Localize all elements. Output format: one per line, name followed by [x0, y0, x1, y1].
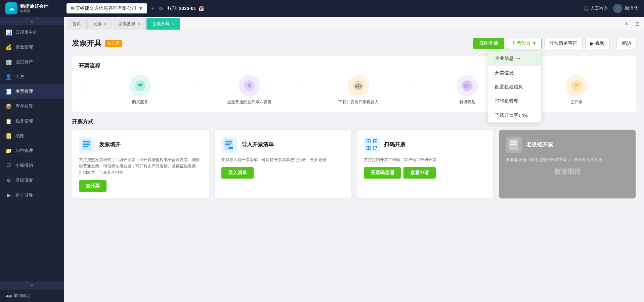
process-tax-icon: 税+ — [457, 75, 478, 97]
page-content: 发票开具 待开通 立即开通 开票设置 ▼ — [64, 31, 644, 302]
company-dropdown-arrow: ▼ — [138, 6, 143, 11]
sidebar-item-fapiaoguanli[interactable]: 🧾 发票管理 — [0, 84, 64, 99]
method-import-button[interactable]: 导入清单 — [221, 167, 254, 179]
sidebar-label-shuiwu: 税务管理 — [15, 118, 33, 124]
anomaly-button[interactable]: 异常清单查询 — [544, 38, 583, 49]
method-card-boss: 老板端开票 查看老板端小程序提交的开票申请，并作出相应的处理 敬请期待 — [499, 129, 636, 199]
tab-fapiao[interactable]: 发票 × — [87, 18, 112, 30]
svg-rect-29 — [376, 147, 377, 148]
process-config-icon: ⚙ — [239, 75, 260, 97]
video-button[interactable]: ▶ 视频 — [585, 38, 610, 49]
consult-button[interactable]: 🎧 人工咨询 — [584, 5, 608, 11]
svg-rect-22 — [368, 141, 369, 142]
svg-text:🤖: 🤖 — [355, 82, 362, 89]
sidebar-item-yunbao[interactable]: 📊 云报表中心 — [0, 25, 64, 40]
dropdown-item-kaipiao[interactable]: 开票信息 — [488, 66, 541, 80]
unpin-icon: ◀◀ — [5, 294, 11, 298]
process-config-label: 企业开通配置开票六要素 — [227, 99, 271, 105]
top-bar: ☁ 畅捷通好会计 旗舰版 重庆畅捷交通信息咨询有限公司 ▼ + ⚙ 账期 202… — [0, 0, 644, 17]
company-selector[interactable]: 重庆畅捷交通信息咨询有限公司 ▼ — [67, 3, 147, 13]
top-bar-actions: 🎧 人工咨询 👤 徐泽华 — [584, 4, 639, 13]
add-tab-button[interactable]: + — [151, 5, 155, 12]
svg-rect-17 — [225, 143, 232, 144]
sidebar-item-guidang[interactable]: 📁 归档管理 — [0, 143, 64, 158]
sidebar-item-gongzi[interactable]: 👤 工资 — [0, 69, 64, 84]
tab-fapiao-kaiju-label: 发票开具 — [152, 21, 170, 27]
sidebar-label-zijin: 资金管理 — [15, 44, 33, 50]
dropdown-qiye-label: 企业信息 — [495, 55, 514, 62]
sidebar-label-gongzi: 工资 — [15, 74, 24, 80]
svg-rect-13 — [83, 144, 90, 145]
tab-fapiao-close[interactable]: × — [104, 22, 106, 26]
dropdown-xiazai-label: 下载开票客户端 — [495, 112, 528, 118]
svg-rect-28 — [373, 147, 374, 148]
activate-button[interactable]: 立即开通 — [473, 38, 504, 49]
unpin-label: 取消固定 — [14, 293, 30, 299]
dropdown-item-qiye[interactable]: 企业信息 → — [488, 51, 541, 66]
process-section-title: 开票流程 — [79, 63, 629, 70]
window-maximize-button[interactable]: ⊡ — [633, 20, 641, 28]
fapiaoguanli-icon: 🧾 — [5, 88, 12, 95]
user-area[interactable]: 👤 徐泽华 — [613, 4, 639, 13]
sidebar-label-jichu: 基础设置 — [15, 177, 33, 183]
sidebar-item-shuiwu[interactable]: 📋 税务管理 — [0, 114, 64, 128]
sidebar-item-xiaochang[interactable]: © 小畅报销 — [0, 158, 64, 173]
svg-rect-25 — [373, 146, 374, 147]
method-card-import: 导入开票清单 支持导入待开票清单，可对待开票清单进行拆分、合并处理。 导入清单 — [214, 129, 351, 199]
sidebar-item-gudingzichan[interactable]: 🏢 固定资产 — [0, 54, 64, 69]
settings-dropdown-arrow: ▼ — [532, 41, 537, 46]
page-header: 发票开具 待开通 立即开通 开票设置 ▼ — [72, 38, 636, 49]
svg-rect-16 — [225, 141, 232, 142]
step-connector-3: ··· — [411, 75, 415, 86]
sidebar-label-yunbao: 云报表中心 — [15, 29, 37, 35]
tab-home[interactable]: 首页 — [67, 18, 87, 30]
sidebar-scroll-up[interactable]: ▲ — [0, 17, 64, 25]
method-scan-manage-button[interactable]: 开票码管理 — [364, 167, 401, 179]
gongzi-icon: 👤 — [5, 73, 12, 80]
tab-fapiao-kaiju[interactable]: 发票开具 × — [146, 18, 180, 30]
svg-text:税+: 税+ — [464, 83, 471, 88]
kucun-icon: 📦 — [5, 103, 12, 110]
process-tax-label: 新增税盘 — [459, 99, 475, 105]
sidebar-unpin-button[interactable]: ◀◀ 取消固定 — [0, 290, 64, 302]
method-fill-button[interactable]: 去开票 — [79, 180, 106, 192]
svg-rect-26 — [375, 146, 376, 147]
dropdown-item-peizhi[interactable]: 配置税盘信息 — [488, 80, 541, 94]
dropdown-kaipiao-label: 开票信息 — [495, 70, 514, 75]
process-buy-icon: ❤ — [129, 75, 151, 97]
method-scan-view-button[interactable]: 查看申请 — [403, 167, 436, 179]
method-boss-overlay: 敬请期待 — [506, 167, 629, 176]
dropdown-item-xiazai[interactable]: 下载开票客户端 — [488, 108, 541, 122]
window-controls: × ⊡ — [622, 20, 641, 28]
sidebar-item-zijin[interactable]: 💰 资金管理 — [0, 40, 64, 54]
sidebar-scroll-down[interactable]: ▼ — [0, 281, 64, 290]
settings-button[interactable]: ⚙ — [159, 5, 163, 12]
process-download-label: 下载并安装开票机器人 — [338, 99, 379, 105]
avatar-icon: 👤 — [615, 6, 620, 11]
sidebar-item-jiezhang[interactable]: 📒 结账 — [0, 128, 64, 143]
method-import-title: 导入开票清单 — [242, 141, 274, 148]
sidebar-item-kucun[interactable]: 📦 库存核算 — [0, 99, 64, 114]
sidebar-item-jichu[interactable]: ⚙ 基础设置 — [0, 173, 64, 188]
logo-text-area: 畅捷通好会计 旗舰版 — [20, 3, 48, 14]
zijin-icon: 💰 — [5, 44, 12, 50]
method-fill-icon — [79, 137, 95, 153]
settings-button[interactable]: 开票设置 ▼ — [507, 38, 542, 49]
sidebar-label-xinshou: 新手引导 — [15, 192, 33, 198]
sidebar-label-kucun: 库存核算 — [15, 103, 33, 109]
dropdown-item-dayinji[interactable]: 打印机管理 — [488, 94, 541, 108]
sidebar-item-xinshou[interactable]: ▶ 新手引导 — [0, 188, 64, 202]
calendar-icon[interactable]: 📅 — [198, 6, 204, 11]
tab-fapiao-cesuan[interactable]: 发票测算 × — [113, 18, 146, 30]
svg-rect-24 — [368, 147, 369, 149]
period-text: 账期 — [167, 5, 177, 11]
guidang-icon: 📁 — [5, 147, 12, 154]
step-connector-1: ··· — [192, 75, 197, 86]
window-close-button[interactable]: × — [622, 20, 631, 28]
tab-fapiao-cesuan-close[interactable]: × — [138, 22, 140, 26]
tab-fapiao-kaiju-close[interactable]: × — [172, 22, 174, 26]
svg-text:❤: ❤ — [137, 82, 142, 89]
svg-rect-23 — [375, 141, 376, 142]
yunbao-icon: 📊 — [5, 29, 12, 36]
help-button[interactable]: 帮助 — [616, 38, 636, 49]
